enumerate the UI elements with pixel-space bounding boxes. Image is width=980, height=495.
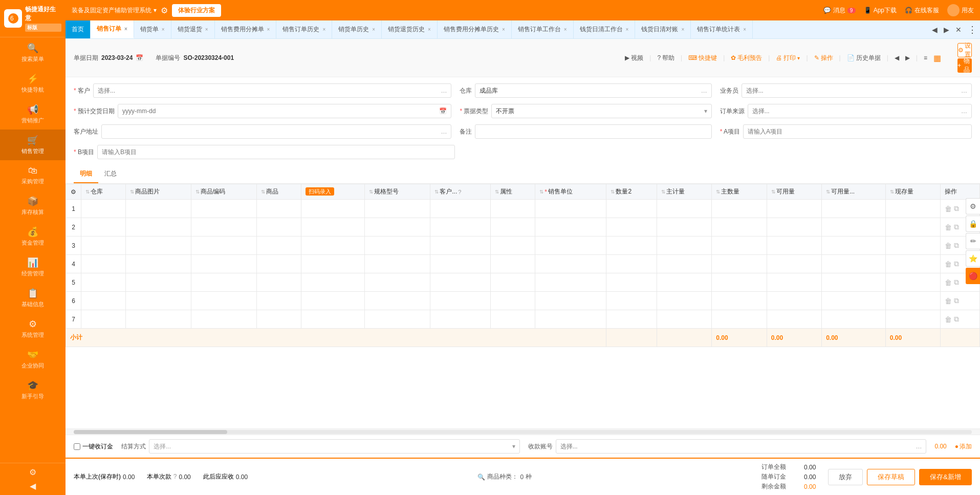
cell-data-2-9[interactable] [606,218,657,236]
customer-input[interactable]: … [93,83,451,98]
cell-data-6-3[interactable] [256,292,301,310]
tab-close-10[interactable]: × [626,27,629,32]
tab-close-8[interactable]: × [502,27,505,32]
one-key-pay-checkbox[interactable] [74,443,80,450]
cell-data-5-6[interactable] [430,273,491,292]
copy-icon-5[interactable]: ⧉ [954,278,959,287]
cell-data-1-12[interactable] [767,200,821,218]
tab-sales-order[interactable]: 销售订单× [91,20,134,38]
tab-next-btn[interactable]: ▶ [941,20,952,38]
tab-sales-return[interactable]: 销货退货× [171,20,215,38]
a-project-input[interactable] [743,124,972,139]
cell-data-6-8[interactable] [535,292,606,310]
cell-data-2-2[interactable] [191,218,256,236]
cell-data-3-4[interactable] [301,236,365,255]
cell-data-1-11[interactable] [712,200,767,218]
print-dropdown-icon[interactable]: ▾ [797,55,800,61]
th-qty2[interactable]: ⇅数量2 [606,184,657,200]
cell-data-3-10[interactable] [657,236,711,255]
cell-data-3-1[interactable] [125,236,191,255]
cell-data-3-12[interactable] [767,236,821,255]
copy-icon-6[interactable]: ⧉ [954,296,959,305]
sidebar-item-2[interactable]: 📢营销推广 [0,99,66,130]
cell-data-7-1[interactable] [125,310,191,329]
cell-data-6-11[interactable] [712,292,767,310]
cell-data-1-7[interactable] [491,200,535,218]
customer-ellipsis-icon[interactable]: … [441,87,447,94]
save-draft-btn[interactable]: 保存草稿 [867,469,915,485]
side-action-btn-4[interactable]: ⭐ [966,250,980,267]
cell-data-6-10[interactable] [657,292,711,310]
cell-data-7-0[interactable] [81,310,126,329]
payment-method-select[interactable]: 选择... ▾ [149,439,520,454]
cell-data-3-13[interactable] [822,236,886,255]
nav-next-btn[interactable]: ▶ [905,54,910,61]
tab-close-2[interactable]: × [162,27,165,32]
tab-sales-return-history[interactable]: 销货退货历史× [382,20,438,38]
tab-sales-slip-history[interactable]: 销货单历史× [332,20,382,38]
tab-home[interactable]: 首页 [66,20,91,38]
cell-data-6-1[interactable] [125,292,191,310]
sidebar-item-6[interactable]: 💰资金管理 [0,221,66,252]
cell-data-1-0[interactable] [81,200,126,218]
cell-data-1-1[interactable] [125,200,191,218]
b-project-input[interactable] [97,145,455,159]
tab-cash-reconcile[interactable]: 钱货日清对账× [635,20,691,38]
cell-data-2-4[interactable] [301,218,365,236]
operation-action[interactable]: ✎ 操作 [814,54,833,62]
industry-btn[interactable]: 体验行业方案 [172,4,221,17]
cell-data-1-14[interactable] [885,200,940,218]
tab-close-6[interactable]: × [372,27,375,32]
cell-data-6-13[interactable] [822,292,886,310]
cell-data-2-3[interactable] [256,218,301,236]
cell-data-1-4[interactable] [301,200,365,218]
message-item[interactable]: 💬 消息 9 [823,6,856,15]
tab-more-btn[interactable]: ⋮ [965,20,980,38]
account-ellipsis-icon[interactable]: … [916,443,922,450]
cell-data-7-11[interactable] [712,310,767,329]
copy-icon-2[interactable]: ⧉ [954,223,959,231]
tab-close-7[interactable]: × [428,27,431,32]
save-new-btn[interactable]: 保存&新增 [919,469,972,485]
cell-data-4-0[interactable] [81,255,126,273]
th-customer[interactable]: ⇅客户...? [430,184,491,200]
sidebar-item-5[interactable]: 📦库存核算 [0,190,66,221]
cell-data-2-7[interactable] [491,218,535,236]
copy-icon-3[interactable]: ⧉ [954,241,959,250]
sidebar-bottom-collapse[interactable]: ◀ [30,481,36,491]
cell-data-5-2[interactable] [191,273,256,292]
cell-data-4-10[interactable] [657,255,711,273]
tab-sales-order-history[interactable]: 销售订单历史× [276,20,332,38]
cell-data-4-2[interactable] [191,255,256,273]
settings-th-icon[interactable]: ⚙ [71,188,76,196]
cell-data-2-5[interactable] [365,218,430,236]
print-action[interactable]: 🖨 打印 ▾ [776,54,800,62]
cell-data-3-5[interactable] [365,236,430,255]
cell-data-4-6[interactable] [430,255,491,273]
order-source-input[interactable]: … [748,104,972,118]
th-main-qty[interactable]: ⇅主数量 [712,184,767,200]
cell-data-6-9[interactable] [606,292,657,310]
cell-data-7-12[interactable] [767,310,821,329]
cell-data-1-5[interactable] [365,200,430,218]
cell-data-6-4[interactable] [301,292,365,310]
cell-data-5-12[interactable] [767,273,821,292]
cell-data-3-14[interactable] [885,236,940,255]
cell-data-3-11[interactable] [712,236,767,255]
invoice-select[interactable]: 不开票 ▾ [491,104,711,118]
sidebar-item-10[interactable]: 🤝企业协同 [0,344,66,375]
grid-view-btn[interactable]: ≡ [924,54,927,61]
sidebar-item-0[interactable]: 🔍搜索菜单 [0,37,66,68]
tab-close-1[interactable]: × [124,26,127,32]
cell-data-3-0[interactable] [81,236,126,255]
customer-addr-input[interactable]: … [101,124,451,139]
sidebar-item-9[interactable]: ⚙系统管理 [0,313,66,344]
tab-close-9[interactable]: × [564,27,567,32]
view-action[interactable]: ▶ 视频 [625,54,643,62]
cell-data-3-7[interactable] [491,236,535,255]
sidebar-item-11[interactable]: 🎓新手引导 [0,375,66,405]
cell-data-1-10[interactable] [657,200,711,218]
tab-sales-stat[interactable]: 销售订单统计表× [691,20,753,38]
sidebar-item-8[interactable]: 📋基础信息 [0,283,66,313]
cell-data-2-10[interactable] [657,218,711,236]
